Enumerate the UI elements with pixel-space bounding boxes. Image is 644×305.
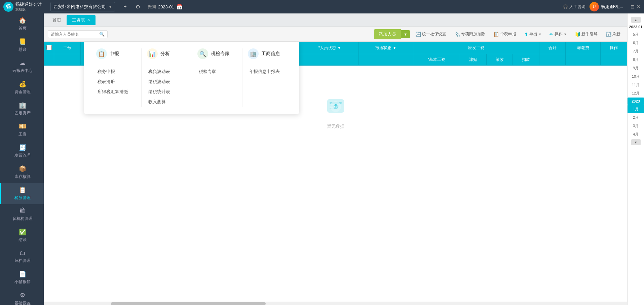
assets-icon: 🏢	[19, 102, 26, 109]
tax-expert-section-icon: 🔍	[197, 48, 208, 59]
horizontal-scrollbar[interactable]	[44, 302, 627, 305]
sidebar-item-capital[interactable]: 💰 资金管理	[0, 77, 44, 98]
sidebar-item-settlement[interactable]: ✅ 结账	[0, 225, 44, 246]
chevron-down-icon: ▼	[109, 5, 112, 9]
user-name: 畅捷通B组...	[601, 4, 623, 10]
add-person-button[interactable]: 添加人员	[374, 29, 401, 39]
sidebar-item-invoice[interactable]: 🧾 发票管理	[0, 141, 44, 162]
th-performance: 绩效	[486, 54, 513, 66]
headset-icon: 🎧	[563, 4, 568, 9]
month-9[interactable]: 9月	[628, 64, 644, 72]
analysis-title: 分析	[160, 51, 170, 57]
social-insurance-button[interactable]: 🔄 统一社保设置	[413, 30, 449, 38]
sidebar-label-assets: 固定资产	[14, 110, 31, 116]
tax-icon: 📋	[19, 186, 26, 194]
month-1-current[interactable]: 1月	[628, 105, 644, 113]
month-8[interactable]: 8月	[628, 55, 644, 64]
biz-info-title: 工商信息	[261, 51, 280, 57]
menu-tax-fluctuation[interactable]: 税负波动表	[147, 67, 186, 77]
close-icon[interactable]: ✕	[637, 4, 641, 9]
menu-tax-rate-fluctuation[interactable]: 纳税波动表	[147, 77, 186, 87]
new-guide-button[interactable]: 🔰 新手引导	[572, 30, 600, 38]
guide-toolbar-icon: 🔰	[575, 32, 580, 37]
declaration-section-icon: 📋	[96, 48, 107, 59]
top-bar: 畅 畅捷通好会计 旗舰版 西安虾米网络科技有限公司 ▼ + ⚙ 账期 2023-…	[0, 0, 644, 13]
menu-tax-stats[interactable]: 纳税统计表	[147, 87, 186, 97]
tab-home[interactable]: 首页	[47, 15, 67, 25]
sidebar-item-settings[interactable]: ⚙ 基础设置	[0, 288, 44, 305]
tax-declaration-button[interactable]: 📋 个税申报	[491, 30, 519, 38]
calendar-icon[interactable]: 📅	[176, 4, 183, 10]
customer-service-button[interactable]: 🎧 人工咨询	[563, 4, 585, 10]
user-info[interactable]: U 畅捷通B组...	[590, 2, 623, 11]
th-action: 操作	[601, 42, 627, 54]
app-title: 畅捷通好会计	[15, 2, 42, 7]
sidebar-item-salary[interactable]: 💴 工资	[0, 119, 44, 141]
operation-button[interactable]: ✏ 操作 ▼	[547, 30, 569, 38]
sidebar-label-salary: 工资	[18, 131, 27, 137]
month-12[interactable]: 12月	[628, 89, 644, 98]
month-11[interactable]: 11月	[628, 81, 644, 89]
home-icon: 🏠	[19, 17, 26, 24]
menu-tax-form-list[interactable]: 税表清册	[96, 77, 136, 87]
export-button[interactable]: ⬆ 导出 ▼	[522, 30, 544, 38]
sidebar-item-ledger[interactable]: 📒 总账	[0, 35, 44, 56]
month-5[interactable]: 5月	[628, 30, 644, 39]
month-7[interactable]: 7月	[628, 47, 644, 55]
search-input[interactable]	[51, 32, 98, 37]
biz-info-section-icon: 🏢	[248, 48, 259, 59]
empty-text: 暂无数据	[327, 123, 344, 129]
th-pension: 养老费	[566, 42, 601, 54]
company-selector[interactable]: 西安虾米网络科技有限公司 ▼	[50, 2, 115, 11]
menu-tax-declaration[interactable]: 税务申报	[96, 67, 136, 77]
add-icon[interactable]: +	[120, 2, 130, 11]
add-person-dropdown-button[interactable]: ▼	[401, 30, 410, 38]
sidebar-label-inventory: 库存核算	[14, 174, 31, 180]
panel-down-button[interactable]: ▼	[631, 139, 641, 145]
year-2023-label: 2023.01	[629, 24, 643, 30]
sidebar-item-multi-org[interactable]: 🏛 多机构管理	[0, 204, 44, 225]
sidebar-item-report[interactable]: 📄 小畅报销	[0, 267, 44, 288]
restore-icon[interactable]: ⊡	[631, 4, 635, 9]
month-6[interactable]: 6月	[628, 39, 644, 47]
menu-annual-report[interactable]: 年报信息申报表	[248, 67, 287, 77]
tab-close-icon[interactable]: ✕	[87, 18, 90, 22]
app-subtitle: 旗舰版	[15, 7, 42, 12]
operation-arrow-icon: ▼	[564, 33, 567, 36]
refresh-button[interactable]: 🔃 刷新	[603, 30, 623, 38]
sidebar-label-settings: 基础设置	[14, 300, 31, 305]
month-2[interactable]: 2月	[628, 113, 644, 122]
right-panel: ▲ 2023.01 5月 6月 7月 8月 9月 10月 11月 12月 202…	[627, 13, 644, 305]
page-content: 🔍 添加人员 ▼ 🔄 统一社保设置 📎 专项	[44, 27, 627, 305]
dropdown-section-declaration: 📋 申报 税务申报 税表清册 所得税汇算清缴	[91, 48, 141, 107]
month-10[interactable]: 10月	[628, 72, 644, 81]
th-checkbox[interactable]	[44, 42, 54, 54]
tab-bar: 首页 工资表 ✕	[44, 13, 627, 27]
sidebar-label-settlement: 结账	[18, 237, 27, 243]
social-insurance-icon: 🔄	[415, 32, 421, 37]
sidebar-item-tax[interactable]: 📋 税务管理	[0, 183, 44, 204]
menu-income-preview[interactable]: 收入测算	[147, 97, 186, 107]
capital-icon: 💰	[19, 80, 26, 88]
tab-salary-table[interactable]: 工资表 ✕	[67, 15, 96, 25]
main-layout: 🏠 首页 📒 总账 ☁ 云报表中心 💰 资金管理 🏢 固定资产 💴 工资 🧾 发…	[0, 13, 644, 305]
menu-income-tax-calc[interactable]: 所得税汇算清缴	[96, 87, 136, 97]
sidebar-item-home[interactable]: 🏠 首页	[0, 13, 44, 35]
sidebar-item-inventory[interactable]: 📦 库存核算	[0, 162, 44, 183]
sidebar: 🏠 首页 📒 总账 ☁ 云报表中心 💰 资金管理 🏢 固定资产 💴 工资 🧾 发…	[0, 13, 44, 305]
menu-tax-expert[interactable]: 税检专家	[197, 67, 237, 77]
export-arrow-icon: ▼	[538, 33, 541, 36]
panel-up-button[interactable]: ▲	[631, 17, 641, 23]
report-icon: 📄	[19, 270, 26, 278]
th-allowance: 津贴	[460, 54, 487, 66]
sidebar-item-assets[interactable]: 🏢 固定资产	[0, 98, 44, 119]
month-3[interactable]: 3月	[628, 122, 644, 130]
month-4[interactable]: 4月	[628, 130, 644, 139]
special-deduction-button[interactable]: 📎 专项附加扣除	[452, 30, 488, 38]
settings-icon[interactable]: ⚙	[133, 2, 143, 11]
select-all-checkbox[interactable]	[46, 45, 52, 50]
empty-illustration	[322, 92, 349, 119]
sidebar-item-cloud[interactable]: ☁ 云报表中心	[0, 56, 44, 77]
sidebar-item-archive[interactable]: 🗂 归档管理	[0, 246, 44, 267]
sidebar-label-capital: 资金管理	[14, 89, 31, 95]
